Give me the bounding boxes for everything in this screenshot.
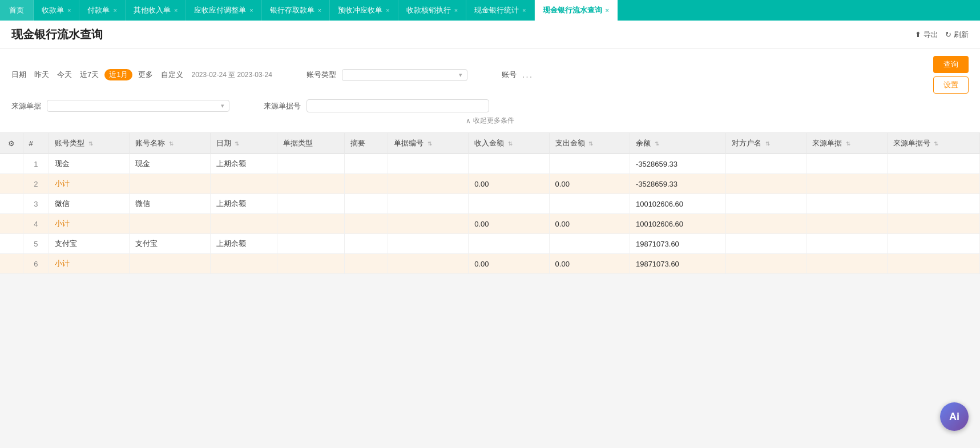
td-settings xyxy=(0,154,23,174)
th-index: # xyxy=(23,133,49,154)
refresh-icon: ↻ xyxy=(945,30,951,39)
td-cell xyxy=(388,254,468,274)
td-cell xyxy=(277,194,345,214)
source-doc-label: 来源单据 xyxy=(11,101,41,111)
date-option-yesterday[interactable]: 昨天 xyxy=(32,69,51,80)
table-row: 5支付宝支付宝上期余额19871073.60 xyxy=(0,234,980,254)
td-cell xyxy=(277,214,345,234)
td-cell: 小计 xyxy=(49,174,130,194)
nav-tab-xianjinyinhang[interactable]: 现金银行统计 × xyxy=(466,0,534,21)
td-cell xyxy=(887,194,979,214)
source-doc-num-label: 来源单据号 xyxy=(264,101,301,111)
close-icon[interactable]: × xyxy=(606,7,609,14)
td-cell xyxy=(345,174,388,194)
source-doc-select[interactable]: ▾ xyxy=(47,100,229,112)
td-cell: 0.00 xyxy=(549,174,630,194)
nav-home[interactable]: 首页 xyxy=(0,0,34,21)
td-cell xyxy=(469,194,549,214)
account-filter-group: 账号 ... xyxy=(502,70,533,80)
sort-icon: ⇅ xyxy=(88,140,93,147)
close-icon[interactable]: × xyxy=(67,7,71,14)
account-dots[interactable]: ... xyxy=(522,70,533,80)
td-cell: -3528659.33 xyxy=(630,154,725,174)
th-balance[interactable]: 余额 ⇅ xyxy=(630,133,725,154)
td-cell xyxy=(469,154,549,174)
td-cell: 小计 xyxy=(49,214,130,234)
nav-tab-yinhangcunkuan[interactable]: 银行存取款单 × xyxy=(262,0,330,21)
td-cell xyxy=(388,214,468,234)
th-account-type[interactable]: 账号类型 ⇅ xyxy=(49,133,130,154)
chevron-up-icon: ∧ xyxy=(466,117,471,125)
td-cell xyxy=(887,174,979,194)
nav-tab-shoukuanhexiao[interactable]: 收款核销执行 × xyxy=(398,0,466,21)
td-cell xyxy=(806,174,887,194)
table-row: 3微信微信上期余额100102606.60 xyxy=(0,194,980,214)
th-counterparty[interactable]: 对方户名 ⇅ xyxy=(725,133,806,154)
table-row: 6小计0.000.0019871073.60 xyxy=(0,254,980,274)
td-cell: 19871073.60 xyxy=(630,234,725,254)
close-icon[interactable]: × xyxy=(249,7,253,14)
td-cell xyxy=(388,154,468,174)
header-actions: ⬆ 导出 ↻ 刷新 xyxy=(915,30,969,40)
th-expense[interactable]: 支出金额 ⇅ xyxy=(549,133,630,154)
th-doc-number[interactable]: 单据编号 ⇅ xyxy=(388,133,468,154)
close-icon[interactable]: × xyxy=(386,7,389,14)
td-settings xyxy=(0,234,23,254)
sort-icon: ⇅ xyxy=(588,140,593,147)
source-doc-num-input[interactable] xyxy=(306,99,489,112)
td-cell xyxy=(549,234,630,254)
td-cell: 0.00 xyxy=(469,254,549,274)
date-option-today[interactable]: 今天 xyxy=(55,69,74,80)
td-cell: 微信 xyxy=(49,194,130,214)
date-option-7days[interactable]: 近7天 xyxy=(78,69,101,80)
td-cell: 0.00 xyxy=(469,214,549,234)
filter-area: 日期 昨天 今天 近7天 近1月 更多 自定义 2023-02-24 至 202… xyxy=(0,49,980,133)
export-button[interactable]: ⬆ 导出 xyxy=(915,30,938,40)
th-settings[interactable]: ⚙ xyxy=(0,133,23,154)
close-icon[interactable]: × xyxy=(113,7,116,14)
th-summary: 摘要 xyxy=(345,133,388,154)
nav-tab-qitashouru[interactable]: 其他收入单 × xyxy=(126,0,186,21)
query-button[interactable]: 查询 xyxy=(933,56,969,73)
table-row: 1现金现金上期余额-3528659.33 xyxy=(0,154,980,174)
td-cell: 上期余额 xyxy=(210,194,277,214)
table-container: ⚙ # 账号类型 ⇅ 账号名称 ⇅ 日期 ⇅ 单据类型 xyxy=(0,133,980,274)
td-cell xyxy=(725,254,806,274)
close-icon[interactable]: × xyxy=(174,7,178,14)
close-icon[interactable]: × xyxy=(454,7,458,14)
th-account-name[interactable]: 账号名称 ⇅ xyxy=(130,133,210,154)
td-cell xyxy=(210,214,277,234)
date-option-1month[interactable]: 近1月 xyxy=(104,69,132,80)
td-cell xyxy=(130,254,210,274)
source-doc-filter-group: 来源单据 ▾ xyxy=(11,100,229,112)
page-title: 现金银行流水查询 xyxy=(11,27,103,42)
td-cell: 微信 xyxy=(130,194,210,214)
nav-tab-shoukuandan[interactable]: 收款单 × xyxy=(34,0,79,21)
td-cell xyxy=(130,174,210,194)
nav-tab-yushourchong[interactable]: 预收冲应收单 × xyxy=(330,0,398,21)
td-cell: 支付宝 xyxy=(49,234,130,254)
nav-tab-fukuandan[interactable]: 付款单 × xyxy=(79,0,125,21)
sort-icon: ⇅ xyxy=(428,140,432,147)
close-icon[interactable]: × xyxy=(522,7,526,14)
refresh-button[interactable]: ↻ 刷新 xyxy=(945,30,969,40)
sort-icon: ⇅ xyxy=(655,140,659,147)
td-cell xyxy=(345,234,388,254)
th-income[interactable]: 收入金额 ⇅ xyxy=(469,133,549,154)
date-option-more[interactable]: 更多 xyxy=(136,69,155,80)
account-type-select[interactable]: ▾ xyxy=(342,69,467,81)
nav-tab-liushui-active[interactable]: 现金银行流水查询 × xyxy=(535,0,618,21)
td-cell: 现金 xyxy=(49,154,130,174)
close-icon[interactable]: × xyxy=(318,7,321,14)
collapse-bar[interactable]: ∧ 收起更多条件 xyxy=(11,116,969,126)
nav-tab-yingshouyingfu[interactable]: 应收应付调整单 × xyxy=(186,0,261,21)
td-cell xyxy=(806,234,887,254)
date-option-custom[interactable]: 自定义 xyxy=(159,69,185,80)
table-row: 2小计0.000.00-3528659.33 xyxy=(0,174,980,194)
td-cell: 支付宝 xyxy=(130,234,210,254)
settings-button[interactable]: 设置 xyxy=(933,76,969,94)
th-date[interactable]: 日期 ⇅ xyxy=(210,133,277,154)
th-source-doc-num[interactable]: 来源单据号 ⇅ xyxy=(887,133,979,154)
td-index: 4 xyxy=(23,214,49,234)
th-source-doc[interactable]: 来源单据 ⇅ xyxy=(806,133,887,154)
